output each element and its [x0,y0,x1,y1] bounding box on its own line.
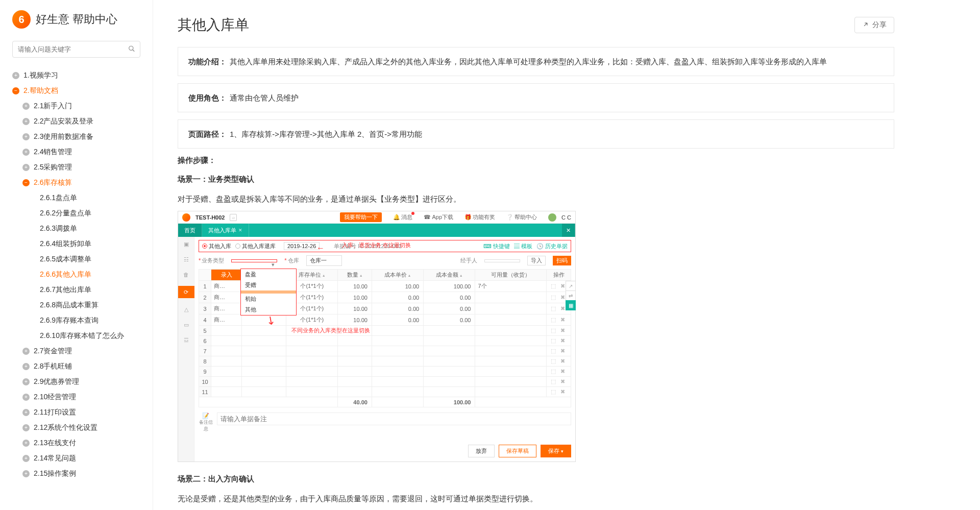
site-logo[interactable]: 6 好生意 帮助中心 [12,10,140,29]
nav-label: 2.6.1盘点单 [40,193,77,203]
nav-item-2-6-9[interactable]: 2.6.9库存账本查询 [12,313,140,328]
th: 操作 [547,270,571,281]
page-title: 其他入库单 [178,15,249,35]
plus-icon [22,440,30,447]
nav-item-2-8[interactable]: 2.8手机旺铺 [12,359,140,374]
sidebar: 6 好生意 帮助中心 1.视频学习 2.帮助文档 2.1新手入门 2.2产品安装… [0,0,153,510]
nav-item-2-6-3[interactable]: 2.6.3调拨单 [12,221,140,236]
nav-item-2-1[interactable]: 2.1新手入门 [12,99,140,114]
nav-item-2-6-2[interactable]: 2.6.2分量盘点单 [12,206,140,221]
nav-item-2-5[interactable]: 2.5采购管理 [12,160,140,175]
nav-label: 2.7资金管理 [34,347,72,356]
bell-icon: 🔔消息 [393,213,412,221]
tool-icon: ▦ [566,300,576,310]
sum-amt: 100.00 [424,397,475,407]
embedded-screenshot: TEST-H002 ⌕ 我要帮助一下 🔔消息 ☎ App下载 🎁 功能有奖 ❔ … [178,211,576,462]
dropdown-opt: 初始 [241,294,296,304]
nav-item-video[interactable]: 1.视频学习 [12,68,140,83]
share-icon [862,21,869,30]
plus-icon [22,378,30,385]
search-icon: ⌕ [230,214,237,221]
tab-doc: 其他入库单✕ [202,224,249,237]
intro-box: 功能介绍：其他入库单用来处理除采购入库、产成品入库之外的其他入库业务，因此其他入… [178,47,894,76]
nav-item-2-6-8[interactable]: 2.6.8商品成本重算 [12,298,140,313]
nav-item-2-6-4[interactable]: 2.6.4组装拆卸单 [12,236,140,252]
plus-icon [22,103,30,110]
search-box [12,41,140,58]
path-box: 页面路径：1、库存核算->库存管理->其他入库单 2、首页->常用功能 [178,119,894,149]
nav-item-2-3[interactable]: 2.3使用前数据准备 [12,129,140,144]
avatar-icon [548,213,556,222]
search-input[interactable] [12,41,140,58]
th: 数量 [338,270,372,281]
plus-icon [22,118,30,125]
doc-head: 其他入库 其他入库退库 2019-12-26 ← 入库、退货业务 在这里切换 单… [199,240,571,252]
nav-item-2-6-6[interactable]: 2.6.6其他入库单 [12,267,140,282]
nav-label: 2.帮助文档 [23,86,58,95]
nav-item-2-15[interactable]: 2.15操作案例 [12,466,140,481]
arrow-icon: ← [316,244,325,253]
scan-btn: 扫码 [553,256,571,265]
nav-item-2-9[interactable]: 2.9优惠券管理 [12,374,140,390]
nav-tree: 1.视频学习 2.帮助文档 2.1新手入门 2.2产品安装及登录 2.3使用前数… [12,68,140,481]
exp-link: 🎁 功能有奖 [464,213,495,221]
nav-label: 2.6库存核算 [34,178,72,187]
annotation: 不同业务的入库类型在这里切换 [291,327,370,334]
role-box: 使用角色：通常由仓管人员维护 [178,83,894,112]
nav-item-2-2[interactable]: 2.2产品安装及登录 [12,114,140,129]
nav-label: 2.1新手入门 [34,102,72,111]
nav-item-2-6-1[interactable]: 2.6.1盘点单 [12,190,140,206]
nav-item-2-13[interactable]: 2.13在线支付 [12,435,140,451]
dropdown-opt: 受赠 [241,280,296,290]
table-row: 7⬚ ✖ [199,346,571,356]
scene1-text: 对于受赠、盘盈或是拆装入库等不同的业务，是通过单据头【业务类型】进行区分。 [178,191,894,207]
import-btn: 导入 [527,256,546,265]
save-btn: 保存 [541,445,571,457]
nav-item-2-14[interactable]: 2.14常见问题 [12,451,140,466]
tab-home: 首页 [178,224,202,237]
nav-label: 2.6.5成本调整单 [40,255,91,264]
discard-btn: 放弃 [468,445,495,457]
sum-qty: 40.00 [338,397,372,407]
th: 成本单价 [372,270,423,281]
nav-item-2-6-10[interactable]: 2.6.10库存账本错了怎么办 [12,328,140,344]
shot-rail: ▣ ☷ 🗑 ⟳ △ ▭ ☲ [178,237,194,462]
nav-label: 2.6.9库存账本查询 [40,316,99,325]
shot-tenant: TEST-H002 [195,214,225,221]
table-row: 6⬚ ✖ [199,336,571,346]
tool-icon: ↗ [566,281,576,291]
rail-icon: △ [182,305,190,313]
steps-heading: 操作步骤： [178,156,894,165]
dropdown-opt: 其他 [241,304,296,315]
shot-tabs: 首页 其他入库单✕ ✕ [178,224,575,237]
radio-ret: 其他入库退库 [235,242,276,250]
nav-item-2-10[interactable]: 2.10经营管理 [12,390,140,405]
site-name: 好生意 帮助中心 [36,12,117,27]
nav-item-2-6-5[interactable]: 2.6.5成本调整单 [12,252,140,267]
shot-help-button: 我要帮助一下 [340,212,382,222]
nav-item-2-7[interactable]: 2.7资金管理 [12,344,140,359]
th: 可用量（收货） [475,270,547,281]
nav-label: 2.5采购管理 [34,163,72,172]
side-tools: ↗ ⇄ ▦ [566,281,576,310]
nav-item-2-6-7[interactable]: 2.6.7其他出库单 [12,282,140,298]
nav-item-2-6[interactable]: 2.6库存核算 [12,175,140,190]
nav-item-2-11[interactable]: 2.11打印设置 [12,405,140,420]
minus-icon [22,179,30,186]
remark-row: 📝备注信息 [199,412,571,432]
chevron-down-icon: ▾ [272,261,275,268]
nav-item-2-12[interactable]: 2.12系统个性化设置 [12,420,140,435]
nav-label: 2.9优惠券管理 [34,377,79,386]
tool-icon: ⇄ [566,290,576,301]
scene2-title: 场景二：出入方向确认 [178,474,894,484]
nav-item-2-4[interactable]: 2.4销售管理 [12,144,140,160]
nav-label: 2.6.3调拨单 [40,224,77,233]
share-button[interactable]: 分享 [854,17,894,33]
plus-icon [22,133,30,140]
nav-item-docs[interactable]: 2.帮助文档 [12,83,140,99]
agent-field [484,259,520,262]
agent-label: 经手人 [460,257,477,264]
shot-logo-icon [182,213,190,222]
nav-label: 1.视频学习 [23,71,58,80]
dropdown-popup: 盘盈 受赠 初始 其他 [240,269,297,315]
